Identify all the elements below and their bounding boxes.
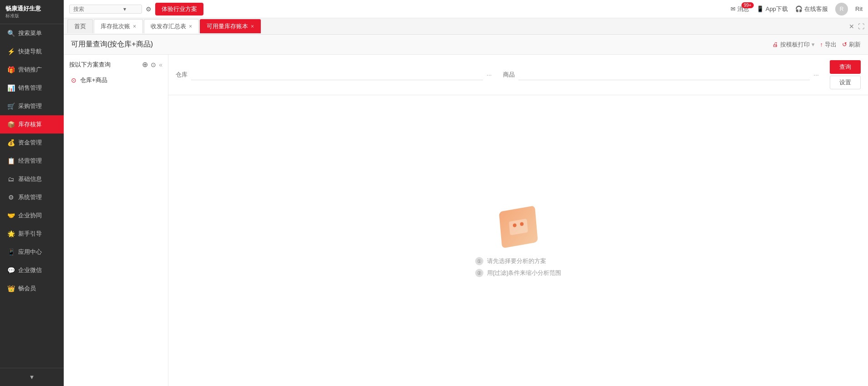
tab-batch-close-icon[interactable]: × <box>133 23 136 30</box>
sidebar-scroll: 🔍 搜索菜单 ⚡ 快捷导航 🎁 营销推广 📊 销售管理 🛒 采购管理 📦 库存核… <box>0 24 64 368</box>
filter-collapse-icon[interactable]: « <box>159 61 162 68</box>
app-download-button[interactable]: 📱 App下载 <box>756 5 788 13</box>
sidebar-item-label: 采购管理 <box>18 102 42 110</box>
sidebar-bottom: ▼ <box>0 368 64 386</box>
sidebar-item-search[interactable]: 🔍 搜索菜单 <box>0 24 64 42</box>
sidebar-item-finance[interactable]: 💰 资金管理 <box>0 134 64 152</box>
sidebar-item-sales[interactable]: 📊 销售管理 <box>0 79 64 97</box>
tab-available[interactable]: 可用量库存账本 × <box>200 19 261 33</box>
search-dropdown-icon[interactable]: ▾ <box>123 6 126 12</box>
tabbar-expand-icon[interactable]: ⛶ <box>858 23 864 30</box>
sidebar-scroll-down-btn[interactable]: ▼ <box>0 372 64 382</box>
sidebar-item-basic[interactable]: 🗂 基础信息 <box>0 170 64 188</box>
goods-input[interactable] <box>518 69 810 80</box>
tab-batch[interactable]: 库存批次账 × <box>94 19 143 33</box>
print-dropdown-icon[interactable]: ▾ <box>812 41 815 48</box>
tab-home[interactable]: 首页 <box>67 19 93 33</box>
tip-num-1: ① <box>475 257 483 265</box>
sidebar-item-label: 新手引导 <box>18 230 42 238</box>
username-label[interactable]: Rit <box>855 5 863 12</box>
settings-icon[interactable]: ⚙ <box>146 5 152 13</box>
service-button[interactable]: 🎧 在线客服 <box>795 5 828 13</box>
filter-item-icon: ⊙ <box>71 77 76 84</box>
goods-field: 商品 ··· <box>503 69 819 80</box>
solution-button[interactable]: 体验行业方案 <box>155 3 203 15</box>
sidebar-item-label: 企业协同 <box>18 211 42 220</box>
gear-icon: ⚙ <box>7 194 15 201</box>
tab-available-close-icon[interactable]: × <box>251 23 254 30</box>
query-panel: 仓库 ··· 商品 ··· 查询 设置 <box>168 55 868 386</box>
sidebar-item-label: 搜索菜单 <box>18 29 42 37</box>
sidebar-item-label: 应用中心 <box>18 248 42 256</box>
filter-panel-actions: ⊕ ⊙ « <box>142 60 162 69</box>
tip-text-2: 用[过滤]条件来缩小分析范围 <box>487 269 561 277</box>
tabbar-close-icon[interactable]: ✕ <box>849 23 854 30</box>
tabbar-right: ✕ ⛶ <box>849 23 864 30</box>
folder-icon: 🗂 <box>7 175 15 183</box>
refresh-label: 刷新 <box>849 41 861 49</box>
empty-tip-2: ② 用[过滤]条件来缩小分析范围 <box>475 269 561 277</box>
sidebar-item-enterprise[interactable]: 🤝 企业协同 <box>0 206 64 225</box>
filter-panel-title: 按以下方案查询 <box>69 61 111 69</box>
warehouse-more-icon[interactable]: ··· <box>487 71 492 78</box>
tab-summary-label: 收发存汇总表 <box>151 22 186 31</box>
search-input[interactable] <box>73 6 123 12</box>
page-titlebar: 可用量查询(按仓库+商品) 🖨 按模板打印 ▾ ↑ 导出 ↺ 刷新 <box>64 35 868 55</box>
print-label: 按模板打印 <box>780 41 810 49</box>
filter-item-label: 仓库+商品 <box>80 76 107 84</box>
tab-summary[interactable]: 收发存汇总表 × <box>144 19 199 33</box>
sidebar: 畅康通好生意 标准版 🔍 搜索菜单 ⚡ 快捷导航 🎁 营销推广 📊 销售管理 🛒… <box>0 0 64 386</box>
tab-summary-close-icon[interactable]: × <box>189 23 192 30</box>
filter-settings-icon[interactable]: ⊙ <box>151 61 156 68</box>
sidebar-item-quicknav[interactable]: ⚡ 快捷导航 <box>0 42 64 61</box>
sidebar-item-label: 系统管理 <box>18 193 42 201</box>
avatar[interactable]: R <box>835 3 848 15</box>
headset-icon: 🎧 <box>795 5 802 12</box>
refresh-button[interactable]: ↺ 刷新 <box>842 41 861 49</box>
export-button[interactable]: ↑ 导出 <box>820 41 837 49</box>
goods-label: 商品 <box>503 71 515 79</box>
sidebar-item-label: 营销推广 <box>18 66 42 74</box>
sidebar-item-purchase[interactable]: 🛒 采购管理 <box>0 97 64 115</box>
export-label: 导出 <box>825 41 837 49</box>
sidebar-item-inventory[interactable]: 📦 库存核算 <box>0 115 64 134</box>
query-fields: 仓库 ··· 商品 ··· 查询 设置 <box>168 55 868 95</box>
sidebar-item-system[interactable]: ⚙ 系统管理 <box>0 188 64 206</box>
topbar-right: ✉ 消息 99+ 📱 App下载 🎧 在线客服 R Rit <box>731 3 863 15</box>
query-btn-area: 查询 设置 <box>830 60 861 89</box>
page-title: 可用量查询(按仓库+商品) <box>71 40 153 49</box>
message-button[interactable]: ✉ 消息 99+ <box>731 5 749 13</box>
clipboard-icon: 📋 <box>7 157 15 165</box>
export-icon: ↑ <box>820 41 823 48</box>
empty-state: ① 请先选择要分析的方案 ② 用[过滤]条件来缩小分析范围 <box>168 95 868 386</box>
sidebar-item-newbie[interactable]: 🌟 新手引导 <box>0 225 64 243</box>
sidebar-item-wechat[interactable]: 💬 企业微信 <box>0 261 64 279</box>
settings-button[interactable]: 设置 <box>830 76 861 89</box>
query-button[interactable]: 查询 <box>830 60 861 74</box>
filter-panel-header: 按以下方案查询 ⊕ ⊙ « <box>64 60 168 72</box>
filter-item-warehouse-goods[interactable]: ⊙ 仓库+商品 <box>64 72 168 88</box>
filter-add-icon[interactable]: ⊕ <box>142 60 148 69</box>
sidebar-item-operations[interactable]: 📋 经营管理 <box>0 152 64 170</box>
gift-icon: 🎁 <box>7 66 15 73</box>
flash-icon: ⚡ <box>7 48 15 55</box>
sidebar-item-label: 库存核算 <box>18 120 42 129</box>
handshake-icon: 🤝 <box>7 212 15 219</box>
filter-panel: 按以下方案查询 ⊕ ⊙ « ⊙ 仓库+商品 <box>64 55 168 386</box>
tabbar: 首页 库存批次账 × 收发存汇总表 × 可用量库存账本 × ✕ ⛶ <box>64 18 868 35</box>
sidebar-item-label: 销售管理 <box>18 84 42 92</box>
print-button[interactable]: 🖨 按模板打印 ▾ <box>772 41 815 49</box>
chart-icon: 📊 <box>7 84 15 92</box>
sidebar-item-label: 快捷导航 <box>18 47 42 56</box>
goods-more-icon[interactable]: ··· <box>813 71 819 78</box>
refresh-icon: ↺ <box>842 41 847 48</box>
sidebar-item-member[interactable]: 👑 畅会员 <box>0 279 64 298</box>
empty-box-shape <box>499 206 538 248</box>
star-icon: 🌟 <box>7 230 15 237</box>
sidebar-item-appcenter[interactable]: 📱 应用中心 <box>0 243 64 261</box>
sidebar-item-marketing[interactable]: 🎁 营销推广 <box>0 61 64 79</box>
box-icon: 📦 <box>7 121 15 128</box>
warehouse-field: 仓库 ··· <box>176 69 492 80</box>
main-area: ▾ ⚙ 体验行业方案 ✉ 消息 99+ 📱 App下载 🎧 在线客服 R Rit… <box>64 0 868 386</box>
warehouse-input[interactable] <box>191 69 483 80</box>
